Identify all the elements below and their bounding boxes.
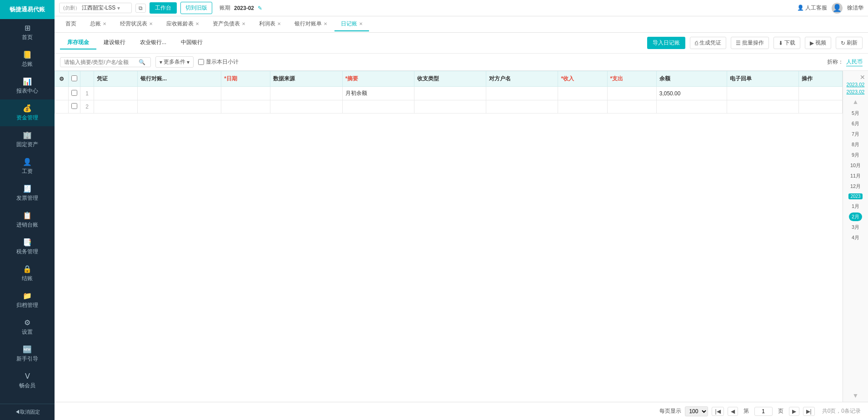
username[interactable]: 徐洁华 <box>847 4 863 12</box>
sidebar-item-ledger[interactable]: 📒 总账 <box>0 46 55 73</box>
tab-journal[interactable]: 日记账 ✕ <box>334 17 369 31</box>
tab-profit-close[interactable]: ✕ <box>277 21 281 26</box>
currency-value[interactable]: 人民币 <box>846 58 863 66</box>
video-btn[interactable]: ▶ 视频 <box>805 37 831 49</box>
per-page-select[interactable]: 50 100 200 <box>685 406 708 416</box>
sidebar-item-fixed[interactable]: 🏢 固定资产 <box>0 126 55 153</box>
tab-status-close[interactable]: ✕ <box>149 21 153 26</box>
tab-assets[interactable]: 资产负债表 ✕ <box>206 17 252 31</box>
tab-status[interactable]: 经营状况表 ✕ <box>114 17 159 31</box>
date-label-top2[interactable]: 2023.02 <box>845 88 867 95</box>
row1-bank-match <box>138 87 221 100</box>
month-3[interactable]: 3月 <box>843 222 868 232</box>
bank-tab-cash[interactable]: 库存现金 <box>60 36 96 49</box>
bank-tab-ccb[interactable]: 建设银行 <box>96 36 133 49</box>
refresh-btn[interactable]: ↻ 刷新 <box>836 37 863 49</box>
total-info: 共0页，0条记录 <box>822 407 861 415</box>
month-4[interactable]: 4月 <box>843 232 868 243</box>
month-5[interactable]: 5月 <box>843 108 868 119</box>
sidebar-item-finance[interactable]: 💰 资金管理 <box>0 99 55 126</box>
copy-company-btn[interactable]: ⧉ <box>135 4 146 13</box>
sidebar-item-home[interactable]: ⊞ 首页 <box>0 19 55 46</box>
tab-bank-statement[interactable]: 银行对账单 ✕ <box>288 17 334 31</box>
arrow-down-icon[interactable]: ▼ <box>851 390 860 400</box>
prev-page-btn[interactable]: ◀ <box>728 407 738 416</box>
search-input[interactable] <box>64 59 137 65</box>
month-9[interactable]: 9月 <box>843 150 868 160</box>
search-box[interactable]: 🔍 <box>60 57 151 67</box>
month-10[interactable]: 10月 <box>843 160 868 171</box>
sidebar-item-close[interactable]: 🔒 结账 <box>0 260 55 287</box>
sidebar-item-tax[interactable]: 📑 税务管理 <box>0 233 55 260</box>
company-selector[interactable]: (勿删） 江西韶宝-LSS ▾ <box>59 3 132 13</box>
generate-voucher-icon: ⎙ <box>695 40 698 46</box>
row2-expense <box>607 100 656 114</box>
company-tag: (勿删） <box>63 5 80 11</box>
month-8[interactable]: 8月 <box>843 139 868 150</box>
workspace-button[interactable]: 工作台 <box>150 2 177 14</box>
download-btn[interactable]: ⬇ 下载 <box>773 37 800 49</box>
more-filter-btn[interactable]: ▾ 更多条件 ▾ <box>155 56 194 68</box>
row1-check[interactable] <box>69 87 80 100</box>
tab-home[interactable]: 首页 <box>59 17 83 31</box>
sidebar-item-invoice[interactable]: 🧾 发票管理 <box>0 180 55 207</box>
sidebar-item-settings[interactable]: ⚙ 设置 <box>0 314 55 341</box>
col-counterpart: 对方户名 <box>486 71 558 87</box>
user-service[interactable]: 👤 人工客服 <box>797 4 827 12</box>
date-label-top[interactable]: 2023.02 <box>845 81 867 88</box>
arrow-up-icon[interactable]: ▲ <box>851 97 860 107</box>
col-settings[interactable]: ⚙ <box>55 71 69 87</box>
sidebar-item-member[interactable]: Ⅴ 畅会员 <box>0 367 55 394</box>
month-1[interactable]: 1月 <box>843 201 868 212</box>
month-11[interactable]: 11月 <box>843 171 868 181</box>
show-daily-input[interactable] <box>198 59 204 65</box>
month-7[interactable]: 7月 <box>843 129 868 139</box>
tab-profit[interactable]: 利润表 ✕ <box>253 17 287 31</box>
sidebar-item-archive[interactable]: 📁 归档管理 <box>0 287 55 314</box>
month-2-active[interactable]: 2月 <box>849 212 862 221</box>
close-panel-btn[interactable]: ✕ <box>843 71 868 81</box>
import-journal-btn[interactable]: 导入日记账 <box>647 37 685 49</box>
sidebar-item-report[interactable]: 📊 报表中心 <box>0 73 55 99</box>
tab-ledger-close[interactable]: ✕ <box>103 21 106 26</box>
row2-num: 2 <box>80 100 94 114</box>
filter-icon: ▾ <box>160 59 162 65</box>
back-old-btn[interactable]: 切到旧版 <box>180 2 212 14</box>
period-edit-icon[interactable]: ✎ <box>258 5 262 11</box>
row2-check[interactable] <box>69 100 80 114</box>
batch-op-btn[interactable]: ☰ 批量操作 <box>731 37 769 49</box>
col-check[interactable] <box>69 71 80 87</box>
sidebar-item-guide[interactable]: 🆕 新手引导 <box>0 341 55 367</box>
sidebar-item-salary[interactable]: 👤 工资 <box>0 153 55 180</box>
search-icon: 🔍 <box>139 59 145 65</box>
month-6[interactable]: 6月 <box>843 119 868 129</box>
tab-bank-statement-close[interactable]: ✕ <box>324 21 327 26</box>
bank-tab-abc[interactable]: 农业银行... <box>133 36 174 49</box>
row2-checkbox[interactable] <box>71 103 77 109</box>
last-page-btn[interactable]: ▶| <box>803 407 815 416</box>
bank-tab-boc[interactable]: 中国银行 <box>174 36 210 49</box>
next-page-btn[interactable]: ▶ <box>789 407 799 416</box>
generate-voucher-btn[interactable]: ⎙ 生成凭证 <box>690 37 726 49</box>
page-input[interactable] <box>754 407 773 416</box>
month-12[interactable]: 12月 <box>843 181 868 192</box>
select-all-checkbox[interactable] <box>71 75 77 81</box>
tab-journal-close[interactable]: ✕ <box>359 21 363 26</box>
sidebar-item-purchase[interactable]: 📋 进销台账 <box>0 207 55 233</box>
month-2-wrapper[interactable]: 2月 <box>843 212 868 222</box>
tab-receivable-close[interactable]: ✕ <box>195 21 199 26</box>
row2-payment-type <box>414 100 486 114</box>
table-header-row: ⚙ 凭证 银行对账... *日期 数据来源 *摘要 收支类型 对方户名 <box>55 71 843 87</box>
tab-ledger[interactable]: 总账 ✕ <box>84 17 113 31</box>
tab-assets-close[interactable]: ✕ <box>242 21 245 26</box>
date-picker-panel: ✕ 2023.02 2023.02 ▲ 5月 6月 7月 8月 9月 10月 1… <box>843 71 868 402</box>
member-icon: Ⅴ <box>25 372 30 380</box>
currency-label: 折称： <box>827 58 843 66</box>
first-page-btn[interactable]: |◀ <box>712 407 723 416</box>
video-icon: ▶ <box>810 40 814 46</box>
row1-checkbox[interactable] <box>71 90 77 96</box>
show-daily-checkbox[interactable]: 显示本日小计 <box>198 58 239 66</box>
content-area: 库存现金 建设银行 农业银行... 中国银行 导入日记账 ⎙ 生成凭证 ☰ 批量… <box>55 33 868 420</box>
unpin-sidebar-btn[interactable]: ◀取消固定 <box>0 404 55 420</box>
tab-receivable[interactable]: 应收账龄表 ✕ <box>160 17 205 31</box>
